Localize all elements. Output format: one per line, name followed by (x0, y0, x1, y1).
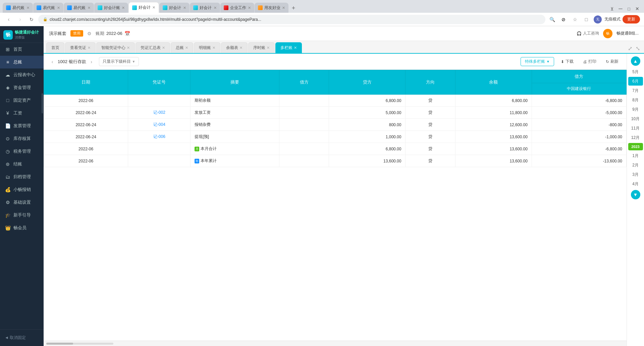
prev-account-button[interactable]: ‹ (49, 58, 56, 65)
sidebar-item-tax[interactable]: ◷ 税务管理 (0, 145, 44, 158)
month-item-2022-12[interactable]: 12月 (628, 133, 643, 142)
sidebar-item-member[interactable]: 👑 畅会员 (0, 221, 44, 234)
tab-enterprise-8[interactable]: 企业工作 ✕ (220, 3, 254, 13)
cell-direction: 贷 (406, 143, 455, 155)
sidebar-item-expense[interactable]: 💰 小畅报销 (0, 183, 44, 196)
tab-smart-voucher[interactable]: 智能凭证中心 ✕ (96, 42, 135, 53)
sidebar-item-cloud-reports[interactable]: ☁ 云报表中心 (0, 68, 44, 81)
consult-button[interactable]: 🎧 人工咨询 (577, 31, 599, 36)
month-item-2023-04[interactable]: 4月 (628, 180, 643, 188)
cell-voucher[interactable]: 记-006 (128, 131, 191, 143)
tab-list-button[interactable]: ⊻ (608, 5, 616, 13)
tab-close-9[interactable]: ✕ (282, 6, 285, 10)
tab-haokuaiji-7[interactable]: 好会计 ✕ (190, 3, 220, 13)
month-item-2023-02[interactable]: 2月 (628, 161, 643, 169)
tab-multi-column[interactable]: 多栏账 ✕ (275, 42, 302, 53)
month-item-2022-07[interactable]: 7月 (628, 86, 643, 95)
tab-balance-table[interactable]: 余额表 ✕ (221, 42, 248, 53)
sidebar-item-home[interactable]: ⊞ 首页 (0, 43, 44, 56)
user-avatar: 畅 (603, 29, 612, 38)
search-icon[interactable]: 🔍 (547, 15, 557, 24)
tab-sequence-ledger[interactable]: 序时账 ✕ (248, 42, 275, 53)
cell-balance: 13,600.00 (455, 155, 532, 167)
expand-panel-button[interactable]: ⤡ (634, 44, 641, 53)
refresh-button[interactable]: ↻ 刷新 (603, 57, 621, 66)
bookmark-icon[interactable]: ☆ (570, 15, 580, 24)
tab-close-general-ledger[interactable]: ✕ (185, 46, 188, 50)
sidebar-item-close-period[interactable]: ⊚ 结账 (0, 158, 44, 170)
tab-yidaizhang-3[interactable]: 易代账 ✕ (64, 3, 94, 13)
month-item-2022-10[interactable]: 10月 (628, 114, 643, 123)
next-account-button[interactable]: › (88, 58, 95, 65)
cell-voucher[interactable]: 记-004 (128, 119, 191, 131)
tab-haokuaiji-4[interactable]: 好会计账 ✕ (94, 3, 128, 13)
tab-close-6[interactable]: ✕ (183, 6, 186, 10)
download-button[interactable]: ⬇ 下载 (558, 57, 576, 66)
forward-button[interactable]: › (15, 15, 25, 24)
sidebar-item-settings[interactable]: ⚙ 基础设置 (0, 196, 44, 209)
tab-close-4[interactable]: ✕ (122, 6, 125, 10)
collapse-panel-button[interactable]: ⤢ (627, 44, 634, 53)
month-item-2022-08[interactable]: 8月 (628, 96, 643, 104)
horizontal-scrollbar[interactable] (44, 341, 627, 346)
cell-voucher[interactable]: 记-002 (128, 107, 191, 119)
sidebar-item-ledger[interactable]: ≡ 总账 (0, 56, 44, 68)
tab-close-1[interactable]: ✕ (26, 6, 30, 10)
new-tab-button[interactable]: + (289, 3, 298, 13)
calendar-icon[interactable]: 📅 (124, 31, 130, 36)
tab-view-voucher[interactable]: 查看凭证 ✕ (65, 42, 96, 53)
tab-homepage[interactable]: 首页 (46, 42, 64, 53)
sidebar-item-payroll[interactable]: ¥ 工资 (0, 107, 44, 119)
sub-account-filter[interactable]: 只显示下级科目 ▼ (99, 57, 139, 66)
tab-close-7[interactable]: ✕ (214, 6, 217, 10)
sidebar-item-newbie[interactable]: 🎓 新手引导 (0, 209, 44, 221)
multi-col-button[interactable]: 特殊多栏账 ▼ (521, 57, 554, 66)
sidebar-item-funds[interactable]: ◈ 资金管理 (0, 81, 44, 94)
update-button[interactable]: 更新 (623, 15, 640, 23)
tab-close-smart-voucher[interactable]: ✕ (127, 46, 130, 50)
tab-close-5[interactable]: ✕ (152, 5, 155, 10)
profile-button[interactable]: 无 (593, 15, 602, 24)
maximize-button[interactable]: □ (625, 5, 633, 13)
month-item-2023-03[interactable]: 3月 (628, 170, 643, 179)
tab-close-8[interactable]: ✕ (248, 6, 251, 10)
tab-close-3[interactable]: ✕ (88, 6, 91, 10)
sidebar-item-archive[interactable]: 🗂 归档管理 (0, 170, 44, 183)
tab-yonyou-9[interactable]: 用友好业 ✕ (255, 3, 288, 13)
month-item-2022-06[interactable]: 6月 (628, 77, 643, 86)
tab-close-2[interactable]: ✕ (57, 6, 60, 10)
month-item-2022-05[interactable]: 5月 (628, 67, 643, 76)
tab-close-detailed-ledger[interactable]: ✕ (212, 46, 215, 50)
sidebar-item-inventory[interactable]: ⊙ 库存核算 (0, 132, 44, 145)
tab-close-multi-column[interactable]: ✕ (294, 46, 297, 50)
tab-haokuaiji-5-active[interactable]: 好会计 ✕ (128, 2, 159, 13)
tab-yidaizhang-1[interactable]: 易代账 ✕ (3, 3, 33, 13)
unpin-button[interactable]: ◄ 取消固定 (3, 333, 40, 343)
sidebar-item-fixed-assets[interactable]: □ 固定资产 (0, 94, 44, 107)
reload-button[interactable]: ↻ (27, 15, 36, 24)
close-window-button[interactable]: ✕ (633, 5, 641, 13)
tab-detailed-ledger[interactable]: 明细账 ✕ (194, 42, 220, 53)
sidebar-item-invoice[interactable]: 📄 发票管理 (0, 119, 44, 132)
back-button[interactable]: ‹ (4, 15, 13, 24)
tab-close-voucher-summary[interactable]: ✕ (162, 46, 165, 50)
url-bar[interactable]: 🔒 cloud2.chanjet.com/accounting/uh26t264… (38, 15, 545, 24)
month-item-2022-09[interactable]: 9月 (628, 105, 643, 114)
settings-icon-top[interactable]: ⚙ (87, 31, 92, 36)
month-item-2022-11[interactable]: 11月 (628, 124, 643, 133)
tab-close-view-voucher[interactable]: ✕ (88, 46, 91, 50)
tab-close-sequence-ledger[interactable]: ✕ (267, 46, 270, 50)
browser-extension-icon[interactable]: □ (582, 15, 591, 24)
incognito-icon[interactable]: ⊘ (559, 15, 568, 24)
tab-yidaizhang-2[interactable]: 易代账 ✕ (33, 3, 63, 13)
scroll-down-button[interactable]: ▼ (631, 190, 640, 199)
print-button[interactable]: 🖨 打印 (580, 57, 599, 66)
tab-haokuaiji-6[interactable]: 好会计 ✕ (159, 3, 190, 13)
minimize-button[interactable]: ─ (616, 5, 625, 13)
scroll-up-button[interactable]: ▲ (631, 56, 640, 66)
month-item-2023-01[interactable]: 1月 (628, 151, 643, 160)
tab-general-ledger[interactable]: 总账 ✕ (171, 42, 193, 53)
tab-close-balance-table[interactable]: ✕ (239, 46, 243, 50)
archive-icon: 🗂 (5, 174, 11, 180)
tab-voucher-summary[interactable]: 凭证汇总表 ✕ (136, 42, 170, 53)
